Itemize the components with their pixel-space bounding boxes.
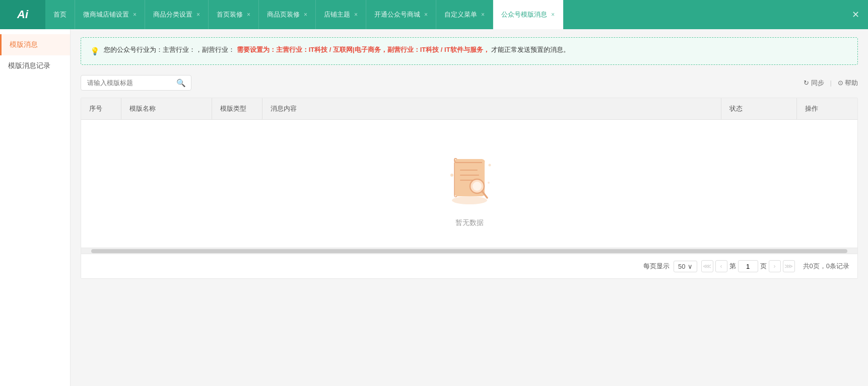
sync-label: 同步 (811, 79, 824, 88)
nav-tab-label-template-message: 公众号模版消息 (501, 10, 547, 19)
pagination: 每页显示 50 ∨ ⋘ ‹ 第 页 › ⋙ 共0页，0条记录 (81, 254, 857, 278)
nav-tab-close-category-settings[interactable]: × (196, 11, 200, 18)
content-area: 💡 您的公众号行业为：主营行业：，副营行业： 需要设置为：主营行业：IT科技 /… (71, 29, 868, 386)
next-page-button[interactable]: › (769, 260, 781, 272)
page-navigation: ⋘ ‹ 第 页 › ⋙ (701, 260, 795, 272)
search-button[interactable]: 🔍 (175, 79, 187, 88)
help-label: 帮助 (845, 79, 858, 88)
divider: | (830, 79, 832, 87)
sync-icon: ↻ (804, 79, 809, 87)
nav-tab-label-home-decor: 首页装修 (217, 10, 243, 19)
nav-tab-close-template-message[interactable]: × (551, 11, 555, 18)
page-size-label: 每页显示 (643, 262, 670, 271)
svg-point-0 (452, 196, 487, 204)
empty-illustration (439, 150, 500, 210)
nav-tab-label-category-settings: 商品分类设置 (153, 10, 192, 19)
nav-tab-home-decor[interactable]: 首页装修× (209, 0, 259, 29)
nav-tab-home[interactable]: 首页 (45, 0, 75, 29)
page-prefix: 第 (729, 262, 736, 271)
horizontal-scrollbar[interactable] (81, 248, 857, 254)
nav-tab-shop-settings[interactable]: 微商城店铺设置× (75, 0, 145, 29)
sidebar: 模版消息模版消息记录 (0, 29, 71, 386)
table-header: 序号 模版名称 模版类型 消息内容 状态 操作 (81, 98, 857, 120)
search-bar: 🔍 ↻ 同步 | ⊙ 帮助 (81, 75, 858, 91)
nav-tab-close-product-decor[interactable]: × (304, 11, 307, 18)
last-page-button[interactable]: ⋙ (783, 260, 795, 272)
page-size-value: 50 (678, 263, 685, 270)
col-status-header: 状态 (721, 98, 797, 119)
empty-state: 暂无数据 (81, 120, 857, 248)
main-layout: 模版消息模版消息记录 💡 您的公众号行业为：主营行业：，副营行业： 需要设置为：… (0, 29, 868, 386)
notice-text: 您的公众号行业为：主营行业：，副营行业： 需要设置为：主营行业：IT科技 / 互… (104, 45, 570, 55)
top-nav: Ai 首页微商城店铺设置×商品分类设置×首页装修×商品页装修×店铺主题×开通公众… (0, 0, 868, 29)
svg-point-9 (488, 182, 490, 184)
dropdown-icon: ∨ (688, 263, 693, 270)
nav-tab-custom-menu[interactable]: 自定义菜单× (436, 0, 493, 29)
nav-tab-close-open-wechat-mall[interactable]: × (424, 11, 428, 18)
nav-tab-label-custom-menu: 自定义菜单 (444, 10, 477, 19)
page-unit: 页 (760, 262, 767, 271)
nav-tab-label-product-decor: 商品页装修 (267, 10, 300, 19)
nav-tab-open-wechat-mall[interactable]: 开通公众号商城× (366, 0, 436, 29)
svg-point-8 (488, 164, 491, 167)
nav-tab-close-home-decor[interactable]: × (247, 11, 250, 18)
nav-tab-close-shop-settings[interactable]: × (133, 11, 137, 18)
nav-tab-close-custom-menu[interactable]: × (481, 11, 485, 18)
search-container: 🔍 (81, 75, 191, 91)
nav-tab-label-shop-theme: 店铺主题 (324, 10, 350, 19)
svg-point-5 (473, 182, 482, 191)
nav-tabs: 首页微商城店铺设置×商品分类设置×首页装修×商品页装修×店铺主题×开通公众号商城… (45, 0, 843, 29)
nav-tab-label-shop-settings: 微商城店铺设置 (83, 10, 129, 19)
page-size-select[interactable]: 50 ∨ (674, 261, 697, 272)
scrollbar-thumb[interactable] (91, 249, 847, 253)
svg-point-7 (450, 174, 453, 177)
data-table: 序号 模版名称 模版类型 消息内容 状态 操作 (81, 98, 858, 279)
sync-button[interactable]: ↻ 同步 (804, 79, 824, 88)
empty-text: 暂无数据 (455, 218, 484, 227)
nav-tab-category-settings[interactable]: 商品分类设置× (145, 0, 209, 29)
nav-tab-label-home: 首页 (53, 10, 66, 19)
sidebar-item-template-msg[interactable]: 模版消息 (0, 34, 70, 55)
help-icon: ⊙ (838, 79, 843, 87)
nav-tab-shop-theme[interactable]: 店铺主题× (316, 0, 366, 29)
search-actions: ↻ 同步 | ⊙ 帮助 (804, 79, 858, 88)
first-page-button[interactable]: ⋘ (701, 260, 713, 272)
notice-banner: 💡 您的公众号行业为：主营行业：，副营行业： 需要设置为：主营行业：IT科技 /… (81, 37, 858, 65)
total-info: 共0页，0条记录 (803, 262, 849, 271)
col-type-header: 模版类型 (212, 98, 262, 119)
notice-highlight: 需要设置为：主营行业：IT科技 / 互联网|电子商务，副营行业：IT科技 / I… (237, 46, 490, 53)
nav-tab-close-shop-theme[interactable]: × (354, 11, 358, 18)
col-seq-header: 序号 (81, 98, 121, 119)
nav-tab-product-decor[interactable]: 商品页装修× (259, 0, 316, 29)
col-content-header: 消息内容 (262, 98, 721, 119)
page-number-input[interactable] (738, 260, 758, 272)
sidebar-item-template-msg-record[interactable]: 模版消息记录 (0, 55, 70, 76)
prev-page-button[interactable]: ‹ (715, 260, 727, 272)
nav-tab-template-message[interactable]: 公众号模版消息× (493, 0, 563, 29)
nav-tab-label-open-wechat-mall: 开通公众号商城 (374, 10, 420, 19)
col-name-header: 模版名称 (121, 98, 212, 119)
app-logo: Ai (0, 0, 45, 29)
close-all-button[interactable]: ✕ (843, 9, 868, 20)
search-input[interactable] (85, 75, 175, 90)
col-action-header: 操作 (797, 98, 857, 119)
notice-icon: 💡 (90, 45, 100, 57)
help-button[interactable]: ⊙ 帮助 (838, 79, 858, 88)
